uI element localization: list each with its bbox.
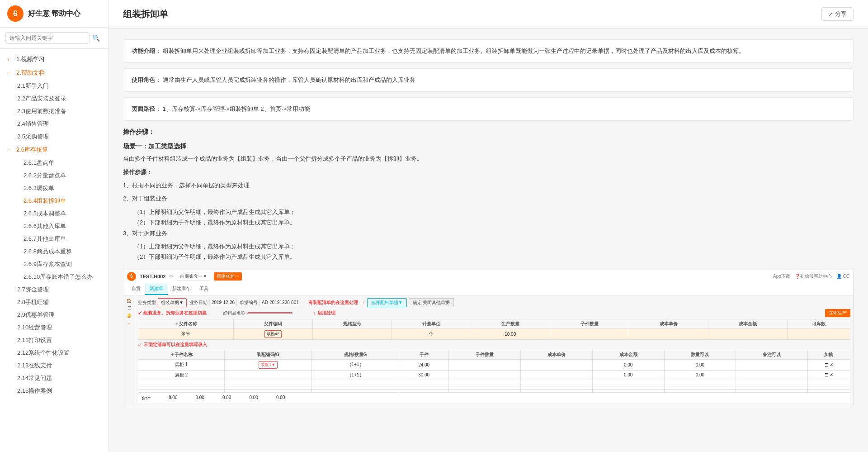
mock-footer-label: 合计: [142, 395, 151, 401]
mock-upper-col-spec: 规格型号: [312, 319, 392, 328]
mock-upper-row1-prod-qty: 10.00: [471, 328, 550, 339]
mock-lower-annotation: ↙ 不固定清单可以在这里填写录入: [138, 342, 850, 348]
mock-close-btn[interactable]: 确定 关闭其他单据: [409, 298, 454, 307]
mock-footer-val4: 0.00: [249, 395, 258, 401]
sidebar-item-2-6-4[interactable]: 2.6.4组装拆卸单: [0, 195, 108, 207]
mock-upper-table: ＋父件名称 父件编码 规格型号 计量单位 生产数量 子件数量 成本单价 成本金额…: [138, 319, 850, 340]
mock-lower-row-5: [138, 386, 850, 389]
sidebar-item-2-6-9[interactable]: 2.6.9库存账本查询: [0, 258, 108, 271]
mock-logo: 6: [127, 272, 136, 281]
sidebar-item-2-6[interactable]: − 2.6库存核算 2.6.1盘点单 2.6.2分量盘点单 2.6.3调拨单 2…: [0, 143, 108, 283]
mock-confirm-btn[interactable]: 立即生产: [825, 309, 850, 317]
sidebar-item-1-label: 1.视频学习: [16, 55, 45, 63]
sidebar-item-2-6-3[interactable]: 2.6.3调拨单: [0, 182, 108, 195]
sidebar-item-2-6-7[interactable]: 2.6.7其他出库单: [0, 233, 108, 245]
mock-lower-row1-cost-amount: 0.00: [592, 359, 664, 370]
sidebar-item-2-14[interactable]: 2.14常见问题: [0, 372, 108, 385]
mock-tab-tools[interactable]: 工具: [195, 283, 213, 295]
sidebar-item-2-row[interactable]: − 2.帮助文档: [0, 66, 108, 80]
search-button[interactable]: 🔍: [90, 34, 103, 42]
sidebar-item-2-5[interactable]: 2.5采购管理: [0, 130, 108, 143]
mock-lower-table: ＋子件名称 装配编码/G 规格/数量G 子件 子件数量 成本单价 成本金额 数量…: [138, 350, 850, 393]
sidebar-item-2-6-2[interactable]: 2.6.2分量盘点单: [0, 169, 108, 182]
mock-lower-row-2: 展柜 2 （1+1） 30.00 0.00 0.00 ☰ ✕: [138, 370, 850, 380]
mock-type-input[interactable]: 组装单据▼: [158, 298, 187, 307]
role-label: 使用角色：: [132, 76, 161, 83]
mock-lower-row1-code: 装配1▼: [225, 359, 312, 370]
mock-brand: TEST-H002: [140, 274, 165, 279]
sidebar-item-2-6-6[interactable]: 2.6.6其他入库单: [0, 220, 108, 233]
mock-tab-inventory[interactable]: 新建库存: [168, 283, 195, 295]
mock-content-area: 业务类型 组装单据▼ 业务日期 2019-12-26 单据编号 AD-20191…: [135, 295, 853, 406]
mock-add-btn[interactable]: 新建账套一: [214, 272, 242, 281]
expand-icon-2-6: −: [7, 147, 14, 153]
mock-date-input[interactable]: 2019-12-26: [209, 299, 237, 306]
mock-lower-col-cost-amount: 成本金额: [592, 350, 664, 359]
mock-form-row-2: ↙ 组装业务、拆卸业务在这里切换 好销品名称 ↑ 启用处理: [138, 309, 850, 317]
mock-left-icon-home[interactable]: 🏠: [123, 297, 135, 305]
expand-icon-2: −: [7, 70, 14, 76]
mock-upper-table-row-1: 米米 鼓励42 个 10.00: [138, 328, 850, 339]
sidebar-item-2-8[interactable]: 2.8手机旺辅: [0, 296, 108, 309]
mock-lower-row2-sub-qty: [449, 370, 521, 380]
mock-left-icon-list[interactable]: ☰: [123, 305, 135, 312]
sidebar-item-2-9[interactable]: 2.9优惠券管理: [0, 309, 108, 321]
mock-footer-val2: 0.00: [195, 395, 204, 401]
mock-left-icon-add[interactable]: ＋: [123, 319, 135, 328]
mock-upper-col-cost-amount: 成本金额: [708, 319, 787, 328]
mock-arrow-left: ↙: [138, 310, 142, 316]
path-text: 1、库存核算->库存管理->组装拆卸单 2、首页->常用功能: [163, 105, 311, 112]
mock-lower-row2-cost-amount: 0.00: [592, 370, 664, 380]
mock-upper-row1-code: 鼓励42: [233, 328, 312, 339]
sidebar-item-2-11[interactable]: 2.11打印设置: [0, 334, 108, 347]
share-icon: ↗: [828, 11, 833, 18]
mock-arrow-lower: ↙: [138, 342, 142, 347]
sidebar-item-1-row[interactable]: + 1.视频学习: [0, 52, 108, 66]
mock-annotation-startup: ↑ 启用处理: [313, 310, 335, 316]
mock-bom-select-btn[interactable]: 选择配料单据▼: [367, 298, 407, 307]
mock-top-bar: 6 TEST-H002 ⚙ 前期账套一▼ 新建账套一 App下载 ❓初始版帮助中…: [123, 270, 853, 283]
mock-type-label: 业务类型: [138, 300, 156, 306]
mock-lower-row1-add[interactable]: ☰ ✕: [807, 359, 850, 370]
mock-annotation-1: 有装配清单的在这里处理: [308, 300, 358, 306]
mock-lower-row2-avail: 0.00: [664, 370, 736, 380]
sidebar-item-2-6-row[interactable]: − 2.6库存核算: [0, 143, 108, 157]
sidebar-item-2-6-8[interactable]: 2.6.8商品成本重算: [0, 245, 108, 258]
sidebar-item-2-1[interactable]: 2.1新手入门: [0, 80, 108, 92]
sidebar: 6 好生意 帮助中心 🔍 + 1.视频学习 − 2.帮助文档 2.1新手入门 2…: [0, 0, 108, 452]
mock-upper-col-name: ＋父件名称: [138, 319, 234, 328]
mock-app-download: App下载: [773, 273, 790, 280]
share-button[interactable]: ↗ 分享: [821, 7, 854, 21]
mock-tab-zg[interactable]: 自贡: [127, 283, 145, 295]
mock-lower-row1-remark: [736, 359, 808, 370]
sidebar-item-2-2[interactable]: 2.2产品安装及登录: [0, 92, 108, 105]
sidebar-item-2[interactable]: − 2.帮助文档 2.1新手入门 2.2产品安装及登录 2.3使用前数据准备 2…: [0, 66, 108, 397]
sidebar-item-2-6-10[interactable]: 2.6.10库存账本错了怎么办: [0, 271, 108, 283]
step-2-2: （2）下部明细为子件明细，最终作为原材料生成其它出库单。: [134, 217, 854, 228]
sidebar-item-2-7[interactable]: 2.7资金管理: [0, 283, 108, 296]
sidebar-item-2-6-5[interactable]: 2.6.5成本调整单: [0, 207, 108, 220]
sidebar-item-2-4[interactable]: 2.4销售管理: [0, 118, 108, 130]
mock-bom-input[interactable]: [247, 312, 292, 314]
sidebar-item-2-6-1[interactable]: 2.6.1盘点单: [0, 157, 108, 169]
sidebar-item-2-15[interactable]: 2.15操作案例: [0, 385, 108, 397]
mock-lower-row-1: 展柜 1 装配1▼ （1+1） 24.00 0.00 0.00 ☰ ✕: [138, 359, 850, 370]
mock-order-input[interactable]: AD-20191226-001: [259, 299, 301, 306]
mock-lower-row2-cost-price: [521, 370, 593, 380]
mock-account-selector[interactable]: 前期账套一▼: [177, 272, 210, 281]
mock-left-icon-bell[interactable]: 🔔: [123, 312, 135, 319]
mock-tab-new[interactable]: 新建单: [145, 283, 168, 295]
function-intro-label: 功能介绍：: [132, 48, 161, 54]
mock-lower-row1-sub-qty: [449, 359, 521, 370]
mock-lower-col-add: 加购: [807, 350, 850, 359]
sidebar-item-2-10[interactable]: 2.10经营管理: [0, 321, 108, 334]
sidebar-item-2-3[interactable]: 2.3使用前数据准备: [0, 105, 108, 118]
mock-lower-row2-add[interactable]: ☰ ✕: [807, 370, 850, 380]
sidebar-item-1[interactable]: + 1.视频学习: [0, 52, 108, 66]
sidebar-item-2-12[interactable]: 2.12系统个性化设置: [0, 347, 108, 359]
mock-footer-val3: 0.00: [222, 395, 231, 401]
search-input[interactable]: [5, 32, 90, 44]
sidebar-item-2-13[interactable]: 2.13在线支付: [0, 359, 108, 372]
mock-top-icons: App下载 ❓初始版帮助中心 👤 CC: [773, 273, 849, 280]
scenario-1-desc: 当由多个子件材料组装成一个成品的业务为【组装】业务，当由一个父件拆分成多个子产品…: [123, 153, 854, 164]
